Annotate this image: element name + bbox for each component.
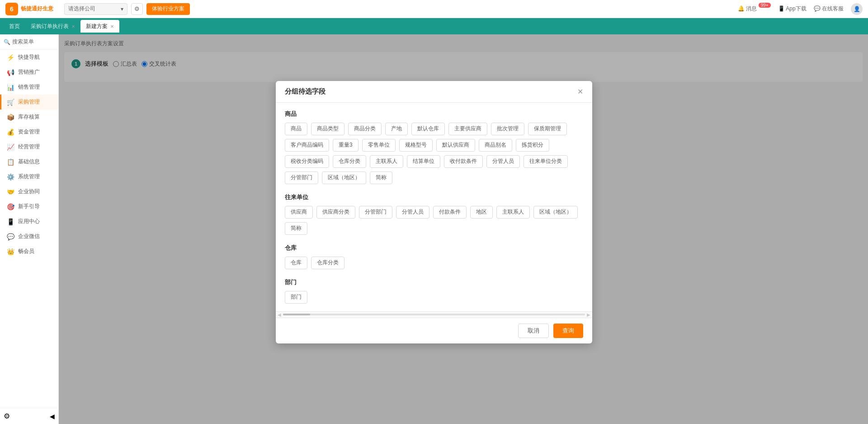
logo-area: 6 畅捷通好生意: [5, 3, 64, 15]
sidebar-item-purchase[interactable]: 🛒 采购管理: [0, 95, 58, 110]
sidebar-item-wechat[interactable]: 💬 企业微信: [0, 229, 58, 244]
hscroll-track[interactable]: [283, 314, 585, 315]
collapse-icon[interactable]: ◀: [50, 413, 55, 420]
field-tag[interactable]: 区域（地区）: [322, 172, 366, 184]
field-group-warehouse: 仓库 仓库 仓库分类: [285, 244, 583, 269]
field-tag[interactable]: 批次管理: [491, 123, 524, 135]
field-tag[interactable]: 付款条件: [433, 206, 467, 219]
sidebar-item-quick-nav[interactable]: ⚡ 快捷导航: [0, 50, 58, 65]
field-tag[interactable]: 分管人员: [486, 155, 520, 168]
sidebar-bottom: ⚙ ◀: [0, 408, 58, 424]
field-tag[interactable]: 产地: [385, 123, 408, 135]
tab-close-new[interactable]: ✕: [110, 24, 114, 29]
field-tag[interactable]: 主联系人: [370, 155, 403, 168]
field-list-goods: 商品 商品类型 商品分类 产地 默认仓库 主要供应商 批次管理 保质期管理 客户…: [285, 123, 583, 184]
trial-button[interactable]: 体验行业方案: [146, 3, 190, 15]
modal-close-button[interactable]: ✕: [577, 87, 583, 96]
field-tag[interactable]: 地区: [470, 206, 493, 219]
field-tag[interactable]: 重量3: [333, 139, 359, 152]
tab-new-scheme[interactable]: 新建方案 ✕: [80, 20, 119, 33]
finance-icon: 💰: [7, 129, 14, 136]
field-tag[interactable]: 主要供应商: [448, 123, 487, 135]
inventory-icon: 📦: [7, 114, 14, 121]
field-list-partner: 供应商 供应商分类 分管部门 分管人员 付款条件 地区 主联系人 区域（地区） …: [285, 206, 583, 235]
modal-body[interactable]: 商品 商品 商品类型 商品分类 产地 默认仓库 主要供应商 批次管理 保质期管理…: [276, 103, 592, 311]
hscroll-left[interactable]: ◀: [278, 312, 281, 317]
field-tag[interactable]: 默认供应商: [436, 139, 475, 152]
field-tag[interactable]: 拣货积分: [516, 139, 549, 152]
field-tag[interactable]: 分管人员: [396, 206, 429, 219]
company-select[interactable]: 请选择公司 ▾: [64, 3, 127, 15]
message-link[interactable]: 🔔 消息 99+: [738, 5, 771, 13]
field-tag[interactable]: 税收分类编码: [285, 155, 329, 168]
logo-text: 畅捷通好生意: [21, 5, 53, 13]
operations-icon: 📈: [7, 143, 14, 151]
online-service-link[interactable]: 💬 在线客服: [814, 5, 844, 13]
sidebar-item-inventory[interactable]: 📦 库存核算: [0, 110, 58, 124]
sales-icon: 📊: [7, 84, 14, 91]
hscroll-thumb[interactable]: [283, 314, 310, 315]
top-center: 请选择公司 ▾ ⚙ 体验行业方案: [64, 3, 738, 15]
settings-icon[interactable]: ⚙: [4, 412, 10, 420]
sidebar-item-basic-info[interactable]: 📋 基础信息: [0, 154, 58, 169]
wechat-icon: 💬: [7, 233, 14, 240]
field-tag[interactable]: 商品分类: [348, 123, 382, 135]
sidebar-item-operations[interactable]: 📈 经营管理: [0, 139, 58, 154]
field-list-warehouse: 仓库 仓库分类: [285, 257, 583, 269]
tab-bar: 首页 采购订单执行表 ✕ 新建方案 ✕: [0, 18, 868, 34]
field-tag[interactable]: 商品: [285, 123, 307, 135]
gear-button[interactable]: ⚙: [131, 3, 143, 15]
tab-home[interactable]: 首页: [4, 20, 25, 33]
field-list-department: 部门: [285, 291, 583, 304]
field-tag[interactable]: 分管部门: [359, 206, 392, 219]
field-tag[interactable]: 零售单位: [362, 139, 396, 152]
tab-close-purchase[interactable]: ✕: [71, 24, 75, 29]
guide-icon: 🎯: [7, 203, 14, 210]
field-group-title-department: 部门: [285, 278, 583, 286]
field-tag[interactable]: 供应商分类: [316, 206, 355, 219]
field-tag[interactable]: 仓库: [285, 257, 307, 269]
cancel-button[interactable]: 取消: [518, 324, 549, 338]
field-tag[interactable]: 主联系人: [496, 206, 530, 219]
marketing-icon: 📢: [7, 69, 14, 76]
sidebar-item-guide[interactable]: 🎯 新手引导: [0, 199, 58, 214]
field-tag[interactable]: 简称: [285, 222, 307, 235]
field-tag[interactable]: 保质期管理: [528, 123, 567, 135]
sidebar-item-marketing[interactable]: 📢 营销推广: [0, 65, 58, 80]
field-select-modal: 分组待选字段 ✕ 商品 商品 商品类型 商品分类 产地 默认仓库 主要供应商 批…: [276, 81, 592, 343]
field-tag[interactable]: 仓库分类: [333, 155, 366, 168]
field-tag[interactable]: 商品类型: [311, 123, 344, 135]
modal-footer: 取消 查询: [276, 318, 592, 343]
field-tag[interactable]: 简称: [370, 172, 392, 184]
user-avatar[interactable]: 👤: [851, 3, 863, 15]
field-tag[interactable]: 部门: [285, 291, 307, 304]
modal-header: 分组待选字段 ✕: [276, 81, 592, 103]
field-tag[interactable]: 结算单位: [407, 155, 440, 168]
field-tag[interactable]: 规格型号: [399, 139, 433, 152]
app-center-icon: 📱: [7, 218, 14, 225]
field-tag[interactable]: 客户商品编码: [285, 139, 329, 152]
field-tag[interactable]: 往来单位分类: [524, 155, 568, 168]
message-badge: 99+: [759, 3, 771, 8]
field-tag[interactable]: 供应商: [285, 206, 313, 219]
sidebar-item-cooperation[interactable]: 🤝 企业协同: [0, 184, 58, 199]
sidebar-item-finance[interactable]: 💰 资金管理: [0, 124, 58, 139]
field-tag[interactable]: 仓库分类: [311, 257, 344, 269]
app-download-link[interactable]: 📱 App下载: [778, 5, 807, 13]
system-icon: ⚙️: [7, 173, 14, 181]
vip-icon: 👑: [7, 248, 14, 255]
sidebar-search[interactable]: 🔍 搜索菜单: [0, 34, 58, 50]
tab-purchase-order[interactable]: 采购订单执行表 ✕: [25, 20, 80, 33]
logo-icon: 6: [5, 3, 18, 15]
sidebar-item-vip[interactable]: 👑 畅会员: [0, 244, 58, 259]
sidebar-item-app-center[interactable]: 📱 应用中心: [0, 214, 58, 229]
field-tag[interactable]: 分管部门: [285, 172, 318, 184]
sidebar-item-system[interactable]: ⚙️ 系统管理: [0, 169, 58, 184]
sidebar-item-sales[interactable]: 📊 销售管理: [0, 80, 58, 95]
field-tag[interactable]: 区域（地区）: [533, 206, 578, 219]
confirm-button[interactable]: 查询: [553, 324, 583, 338]
field-tag[interactable]: 收付款条件: [444, 155, 483, 168]
field-tag[interactable]: 默认仓库: [411, 123, 445, 135]
field-tag[interactable]: 商品别名: [479, 139, 512, 152]
hscroll-right[interactable]: ▶: [587, 312, 590, 317]
